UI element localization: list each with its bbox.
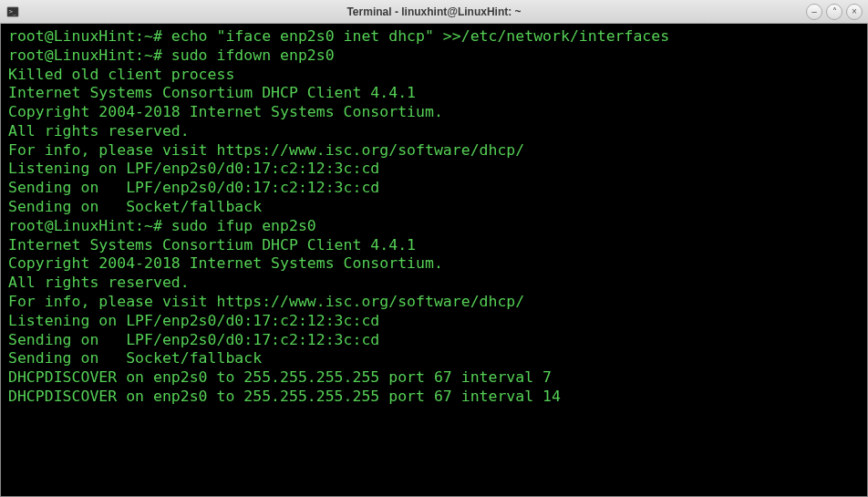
terminal-line: All rights reserved.	[8, 122, 860, 141]
terminal-line: DHCPDISCOVER on enp2s0 to 255.255.255.25…	[8, 388, 860, 407]
terminal-line: For info, please visit https://www.isc.o…	[8, 293, 860, 312]
terminal-line: DHCPDISCOVER on enp2s0 to 255.255.255.25…	[8, 368, 860, 388]
terminal-line: For info, please visit https://www.isc.o…	[8, 141, 860, 160]
terminal-icon: >_	[5, 5, 20, 19]
terminal-line: Listening on LPF/enp2s0/d0:17:c2:12:3c:c…	[8, 312, 860, 331]
maximize-button[interactable]: ˄	[826, 4, 842, 20]
terminal-line: Killed old client process	[8, 66, 860, 85]
terminal-line: Copyright 2004-2018 Internet Systems Con…	[8, 103, 860, 122]
terminal-line: Sending on LPF/enp2s0/d0:17:c2:12:3c:cd	[8, 331, 860, 350]
terminal-line: root@LinuxHint:~# echo "iface enp2s0 ine…	[8, 27, 860, 47]
terminal-line: root@LinuxHint:~# sudo ifup enp2s0	[8, 217, 860, 236]
svg-text:>_: >_	[9, 7, 17, 15]
window-controls: – ˄ ×	[806, 4, 863, 20]
terminal-line: root@LinuxHint:~# sudo ifdown enp2s0	[8, 47, 860, 66]
terminal-line: All rights reserved.	[8, 274, 860, 293]
terminal-line: Copyright 2004-2018 Internet Systems Con…	[8, 254, 860, 274]
terminal-line: Internet Systems Consortium DHCP Client …	[8, 84, 860, 103]
terminal-line: Sending on Socket/fallback	[8, 198, 860, 217]
terminal-line: Sending on Socket/fallback	[8, 349, 860, 368]
close-button[interactable]: ×	[846, 4, 863, 20]
terminal-line: Listening on LPF/enp2s0/d0:17:c2:12:3c:c…	[8, 160, 860, 179]
terminal-line: Sending on LPF/enp2s0/d0:17:c2:12:3c:cd	[8, 179, 860, 198]
window-title: Terminal - linuxhint@LinuxHint: ~	[346, 5, 521, 18]
window-titlebar: >_ Terminal - linuxhint@LinuxHint: ~ – ˄…	[0, 0, 868, 24]
minimize-button[interactable]: –	[806, 4, 822, 20]
terminal-line: Internet Systems Consortium DHCP Client …	[8, 236, 860, 255]
terminal-output[interactable]: root@LinuxHint:~# echo "iface enp2s0 ine…	[0, 24, 868, 497]
